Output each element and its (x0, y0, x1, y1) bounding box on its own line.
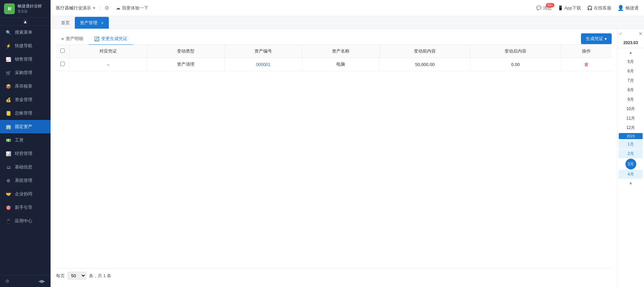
user-avatar-btn[interactable]: 👤 畅捷通 (617, 5, 639, 11)
sidebar-item-ops[interactable]: 📊 经营管理 (0, 147, 51, 160)
guide-icon: 🎯 (5, 204, 11, 211)
experience-btn[interactable]: ☁ 我要体验一下 (116, 5, 148, 11)
list-icon: ≡ (61, 36, 64, 41)
app-center-icon: 📱 (5, 218, 11, 224)
app-logo-text: 畅捷通好业财 普及版 (18, 4, 42, 14)
app-logo-icon: 财 (4, 3, 15, 14)
sidebar-scroll-up[interactable]: ▲ (23, 19, 28, 24)
pagination: 每页 20 50 100 条，共 1 条 (56, 268, 612, 283)
sidebar-item-sales[interactable]: 📈 销售管理 (0, 53, 51, 66)
close-panel-icon[interactable]: ✕ (639, 31, 643, 36)
row-before-change: 50,000.00 (379, 58, 470, 71)
col-after-change: 变动后内容 (470, 45, 561, 58)
cloud-icon: ☁ (116, 5, 120, 10)
panel-title: 2023.03 (617, 38, 644, 48)
payroll-icon: 💵 (5, 137, 11, 143)
select-all-checkbox[interactable] (60, 49, 65, 53)
cal-prev-btn[interactable]: ▲ (628, 50, 634, 56)
sidebar-item-basic-info[interactable]: 🗂 基础信息 (0, 160, 51, 174)
fund-icon: 💰 (5, 97, 11, 103)
cal-month-4[interactable]: 4月 (619, 170, 643, 179)
tab-close-icon[interactable]: ✕ (101, 21, 104, 25)
row-checkbox-cell (56, 58, 69, 71)
message-btn[interactable]: 💬 消息 99+ (536, 5, 552, 11)
data-table: 对应凭证 变动类型 资产编号 资产名称 变动前内容 变动后内容 操作 (56, 45, 612, 71)
sidebar-item-enterprise[interactable]: 🤝 企业协同 (0, 187, 51, 201)
col-voucher: 对应凭证 (69, 45, 147, 58)
message-badge: 99+ (546, 3, 554, 7)
ops-icon: 📊 (5, 151, 11, 157)
sidebar-nav: 🔍 搜索菜单 ⚡ 快捷导航 📈 销售管理 🛒 采购管理 📦 库存核算 💰 资金管… (0, 26, 51, 275)
message-icon: 💬 (536, 5, 542, 10)
company-selector[interactable]: 医疗器械行业演示 ▾ (56, 5, 95, 11)
cal-nav: ▲ (617, 48, 644, 57)
sidebar-item-app-center[interactable]: 📱 应用中心 (0, 214, 51, 228)
content-area: ≡ 资产明细 🔄 变更生成凭证 生成凭证 ▾ (51, 29, 644, 287)
company-dropdown-icon: ▾ (93, 5, 95, 10)
page-size-select[interactable]: 20 50 100 (67, 272, 86, 280)
cal-next-btn[interactable]: ▼ (628, 181, 634, 187)
cal-month-11[interactable]: 11月 (619, 114, 643, 123)
current-year-label: 2023 (619, 133, 643, 139)
sidebar-item-ledger[interactable]: 📒 总账管理 (0, 106, 51, 120)
sub-tab-change-voucher[interactable]: 🔄 变更生成凭证 (89, 33, 133, 45)
main-area: 医疗器械行业演示 ▾ | ⚙ ☁ 我要体验一下 💬 消息 99+ 📱 App下载… (51, 0, 644, 287)
cal-month-9[interactable]: 9月 (619, 95, 643, 104)
delete-row-btn[interactable]: 🗑 (584, 62, 589, 67)
search-icon: 🔍 (5, 29, 11, 35)
tab-home[interactable]: 首页 (56, 17, 75, 29)
sidebar-item-inventory[interactable]: 📦 库存核算 (0, 79, 51, 93)
row-asset-name: 电脑 (302, 58, 379, 71)
cal-month-3-active[interactable]: 3月 (625, 159, 636, 169)
col-asset-code: 资产编号 (224, 45, 302, 58)
change-icon: 🔄 (94, 36, 99, 41)
table-header-checkbox (56, 45, 69, 58)
sidebar-item-fixed-assets[interactable]: 🏢 固定资产 (0, 120, 51, 133)
quick-nav-icon: ⚡ (5, 43, 11, 49)
purchase-icon: 🛒 (5, 70, 11, 76)
expand-panel-icon[interactable]: ⤢ (619, 31, 622, 36)
service-icon: 🎧 (587, 5, 592, 10)
row-change-type: 资产清理 (147, 58, 224, 71)
sidebar-item-payroll[interactable]: 💵 工资 (0, 133, 51, 147)
cal-month-5[interactable]: 5月 (619, 57, 643, 66)
topbar-sep: | (99, 5, 100, 10)
online-service-btn[interactable]: 🎧 在线客服 (587, 5, 611, 11)
sidebar-item-guide[interactable]: 🎯 新手引导 (0, 201, 51, 214)
cal-month-1[interactable]: 1月 (619, 140, 643, 149)
sidebar-item-fund[interactable]: 💰 资金管理 (0, 93, 51, 106)
cal-month-7[interactable]: 7月 (619, 76, 643, 85)
ledger-icon: 📒 (5, 110, 11, 116)
row-asset-code: 000001 (224, 58, 302, 71)
settings-gear-icon[interactable]: ⚙ (104, 5, 109, 11)
basic-info-icon: 🗂 (5, 164, 11, 170)
generate-voucher-btn[interactable]: 生成凭证 ▾ (581, 33, 612, 44)
tab-asset-mgmt[interactable]: 资产管理 ✕ (75, 17, 109, 29)
col-change-type: 变动类型 (147, 45, 224, 58)
calendar-list: ▲ 5月 6月 7月 8月 9月 10月 11月 12月 2023 (617, 48, 644, 287)
cal-month-12[interactable]: 12月 (619, 123, 643, 132)
company-name: 医疗器械行业演示 (56, 5, 91, 11)
settings-icon[interactable]: ⚙ (5, 279, 9, 284)
row-voucher: -- (69, 58, 147, 71)
cal-month-8[interactable]: 8月 (619, 86, 643, 95)
sidebar-item-search[interactable]: 🔍 搜索菜单 (0, 26, 51, 39)
cal-nav-down: ▼ (617, 179, 644, 188)
cal-month-2[interactable]: 2月 (619, 149, 643, 158)
sidebar-item-system[interactable]: ⚙ 系统管理 (0, 174, 51, 187)
fixed-assets-icon: 🏢 (5, 124, 11, 130)
sidebar-logo: 财 畅捷通好业财 普及版 (0, 0, 51, 18)
cal-month-6[interactable]: 6月 (619, 67, 643, 76)
row-checkbox[interactable] (60, 62, 65, 66)
sub-tab-asset-detail[interactable]: ≡ 资产明细 (56, 33, 89, 45)
topbar-right: 💬 消息 99+ 📱 App下载 🎧 在线客服 👤 畅捷通 (536, 5, 639, 11)
cal-month-10[interactable]: 10月 (619, 104, 643, 114)
col-asset-name: 资产名称 (302, 45, 379, 58)
topbar: 医疗器械行业演示 ▾ | ⚙ ☁ 我要体验一下 💬 消息 99+ 📱 App下载… (51, 0, 644, 16)
app-download-btn[interactable]: 📱 App下载 (558, 5, 581, 11)
inventory-icon: 📦 (5, 83, 11, 89)
collapse-icon[interactable]: ◀▶ (38, 279, 45, 284)
sidebar-item-purchase[interactable]: 🛒 采购管理 (0, 66, 51, 79)
sidebar: 财 畅捷通好业财 普及版 ▲ 🔍 搜索菜单 ⚡ 快捷导航 📈 销售管理 🛒 采购… (0, 0, 51, 287)
sidebar-item-quick-nav[interactable]: ⚡ 快捷导航 (0, 39, 51, 53)
